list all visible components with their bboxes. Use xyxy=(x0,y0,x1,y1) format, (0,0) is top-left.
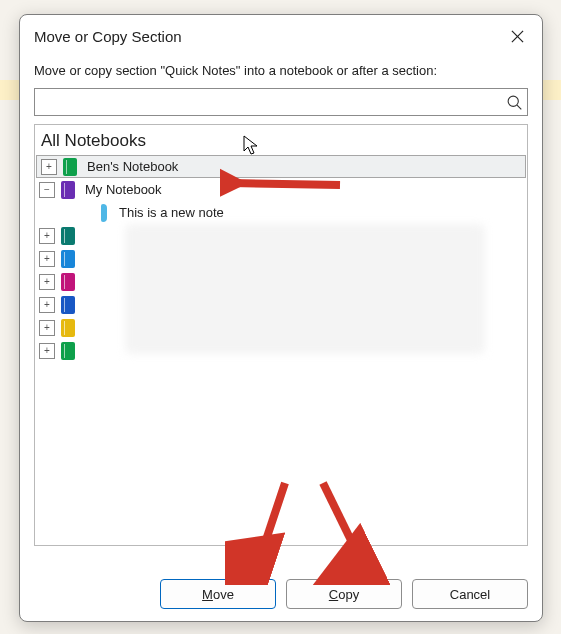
notebook-icon xyxy=(61,273,75,291)
tree-expander-icon[interactable]: + xyxy=(39,297,55,313)
tree-expander-icon[interactable]: + xyxy=(39,274,55,290)
tree-notebook-item[interactable]: + xyxy=(35,293,527,316)
search-icon[interactable] xyxy=(501,94,527,111)
tree-expander-icon[interactable]: + xyxy=(39,228,55,244)
tree-notebook-item[interactable]: + xyxy=(35,339,527,362)
tree-expander-icon[interactable]: + xyxy=(39,320,55,336)
tree-expander-icon[interactable]: − xyxy=(39,182,55,198)
close-button[interactable] xyxy=(504,23,530,49)
move-copy-dialog: Move or Copy Section Move or copy sectio… xyxy=(19,14,543,622)
tree-notebook-item[interactable]: + xyxy=(35,270,527,293)
tree-heading: All Notebooks xyxy=(35,125,527,155)
tree-notebook-item[interactable]: −My Notebook xyxy=(35,178,527,201)
button-row: Move Copy Cancel xyxy=(160,579,528,609)
tree-notebook-item[interactable]: + xyxy=(35,247,527,270)
notebook-tree[interactable]: All Notebooks +Ben's Notebook−My Noteboo… xyxy=(34,124,528,546)
tree-expander-icon[interactable]: + xyxy=(41,159,57,175)
notebook-icon xyxy=(63,158,77,176)
tree-item-label: Ben's Notebook xyxy=(87,159,178,174)
tree-notebook-item[interactable]: +Ben's Notebook xyxy=(36,155,526,178)
tree-expander-icon[interactable]: + xyxy=(39,251,55,267)
search-row xyxy=(34,88,528,116)
tree-item-label: This is a new note xyxy=(119,205,224,220)
dialog-title: Move or Copy Section xyxy=(34,28,182,45)
tree-expander-icon xyxy=(79,206,93,220)
tree-notebook-item[interactable]: + xyxy=(35,316,527,339)
copy-button[interactable]: Copy xyxy=(286,579,402,609)
search-input[interactable] xyxy=(35,90,501,114)
notebook-icon xyxy=(61,296,75,314)
notebook-icon xyxy=(61,342,75,360)
notebook-icon xyxy=(61,181,75,199)
close-icon xyxy=(511,30,524,43)
notebook-icon xyxy=(61,250,75,268)
move-button[interactable]: Move xyxy=(160,579,276,609)
titlebar: Move or Copy Section xyxy=(20,15,542,51)
section-icon xyxy=(101,204,107,222)
tree-item-label: My Notebook xyxy=(85,182,162,197)
notebook-icon xyxy=(61,319,75,337)
tree-section-item[interactable]: This is a new note xyxy=(35,201,527,224)
svg-line-3 xyxy=(517,105,521,109)
cancel-button[interactable]: Cancel xyxy=(412,579,528,609)
instruction-text: Move or copy section "Quick Notes" into … xyxy=(20,51,542,84)
tree-expander-icon[interactable]: + xyxy=(39,343,55,359)
svg-point-2 xyxy=(508,96,518,106)
notebook-icon xyxy=(61,227,75,245)
